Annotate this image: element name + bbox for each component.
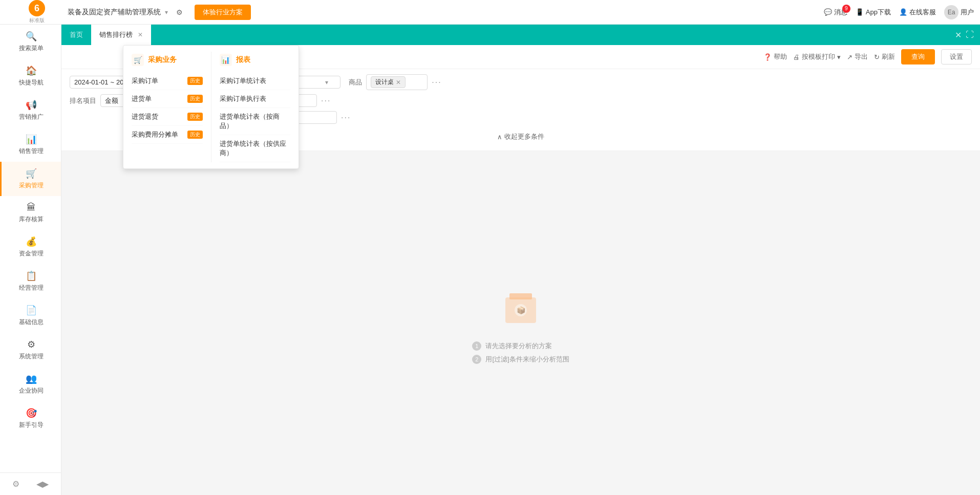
settings-btn[interactable]: 设置 bbox=[941, 49, 972, 64]
sales-icon: 📊 bbox=[26, 134, 37, 145]
svg-text:📦: 📦 bbox=[517, 306, 526, 315]
sidebar-item-operations-label: 经营管理 bbox=[19, 284, 44, 292]
sidebar-bottom: ⚙ ◀▶ bbox=[0, 472, 61, 495]
inbound-history-badge: 历史 bbox=[187, 95, 203, 103]
export-icon: ↗ bbox=[847, 53, 853, 61]
online-service-btn[interactable]: 👤 在线客服 bbox=[899, 8, 936, 17]
finance-icon: 💰 bbox=[26, 236, 37, 247]
sidebar-item-basicinfo-label: 基础信息 bbox=[19, 318, 44, 327]
tab-window-close-icon[interactable]: ✕ bbox=[955, 30, 962, 40]
dropdown-item-inbound-by-supplier[interactable]: 进货单统计表（按供应商） bbox=[220, 135, 291, 162]
app-download-btn[interactable]: 📱 App下载 bbox=[856, 8, 891, 17]
refresh-icon: ↻ bbox=[874, 53, 880, 61]
sidebar-item-purchase-label: 采购管理 bbox=[19, 181, 44, 190]
help-btn[interactable]: ❓ 帮助 bbox=[763, 52, 787, 61]
dropdown-purchase-col: 🛒 采购业务 采购订单 历史 进货单 历史 进货退货 历史 采购费用分摊单 bbox=[123, 52, 211, 162]
export-btn[interactable]: ↗ 导出 bbox=[847, 52, 868, 61]
top-header: 6 标准版 装备及固定资产辅助管理系统 ▾ ⚙ 体验行业方案 💬 消息 9 📱 … bbox=[0, 0, 980, 25]
sidebar-item-quick-nav[interactable]: 🏠 快捷导航 bbox=[0, 59, 61, 93]
salesperson-more-btn[interactable]: ··· bbox=[321, 96, 331, 105]
sidebar-item-basic-info[interactable]: 📄 基础信息 bbox=[0, 298, 61, 333]
dropdown-item-purchase-exec[interactable]: 采购订单执行表 bbox=[220, 90, 291, 108]
sidebar-item-marketing[interactable]: 📢 营销推广 bbox=[0, 93, 61, 127]
sidebar-item-search-label: 搜索菜单 bbox=[19, 44, 44, 53]
dropdown-item-purchase-stat-label: 采购订单统计表 bbox=[220, 76, 266, 85]
search-icon: 🔍 bbox=[26, 31, 37, 42]
logo-subtitle: 标准版 bbox=[29, 17, 45, 24]
dropdown-item-purchase-stat[interactable]: 采购订单统计表 bbox=[220, 72, 291, 90]
purchase-order-history-badge: 历史 bbox=[187, 77, 203, 85]
dropdown-item-purchase-order-label: 采购订单 bbox=[132, 76, 158, 85]
dropdown-item-expense[interactable]: 采购费用分摊单 历史 bbox=[132, 126, 203, 144]
dropdown-purchase-title: 采购业务 bbox=[148, 55, 177, 64]
svg-rect-1 bbox=[509, 293, 532, 299]
dropdown-item-inbound-label: 进货单 bbox=[132, 94, 152, 103]
purchase-header-icon: 🛒 bbox=[132, 54, 144, 66]
sidebar-item-system[interactable]: ⚙ 系统管理 bbox=[0, 333, 61, 367]
help-label: 帮助 bbox=[774, 52, 787, 61]
guide-icon: 🎯 bbox=[26, 407, 37, 419]
message-badge: 9 bbox=[842, 5, 850, 13]
sidebar-item-finance[interactable]: 💰 资金管理 bbox=[0, 230, 61, 264]
empty-tip-1-text: 请先选择要分析的方案 bbox=[485, 341, 552, 351]
customer-more-btn[interactable]: ··· bbox=[341, 113, 351, 122]
service-icon: 👤 bbox=[899, 8, 907, 16]
enterprise-icon: 👥 bbox=[26, 373, 37, 384]
refresh-btn[interactable]: ↻ 刷新 bbox=[874, 52, 895, 61]
purchase-dropdown-menu: 🛒 采购业务 采购订单 历史 进货单 历史 进货退货 历史 采购费用分摊单 bbox=[123, 45, 299, 169]
print-btn[interactable]: 🖨 按模板打印 ▾ bbox=[793, 52, 841, 61]
dropdown-report-header: 📊 报表 bbox=[220, 52, 291, 72]
export-label: 导出 bbox=[855, 52, 868, 61]
tab-sales-rank-label: 销售排行榜 bbox=[99, 30, 133, 39]
avatar: Ea bbox=[944, 5, 958, 19]
goods-more-btn[interactable]: ··· bbox=[432, 78, 441, 87]
dropdown-item-inbound[interactable]: 进货单 历史 bbox=[132, 90, 203, 108]
logo-area: 6 标准版 bbox=[6, 0, 68, 24]
header-right: 💬 消息 9 📱 App下载 👤 在线客服 Ea 用户 bbox=[824, 5, 974, 19]
dropdown-purchase-header: 🛒 采购业务 bbox=[132, 52, 203, 72]
system-settings-icon[interactable]: ⚙ bbox=[172, 5, 186, 19]
print-icon: 🖨 bbox=[793, 53, 800, 61]
sidebar-item-quicknav-label: 快捷导航 bbox=[19, 78, 44, 87]
purchase-icon: 🛒 bbox=[26, 168, 37, 179]
industry-btn[interactable]: 体验行业方案 bbox=[195, 5, 251, 20]
sidebar-item-guide[interactable]: 🎯 新手引导 bbox=[0, 401, 61, 436]
empty-tip-2-text: 用[过滤]条件来缩小分析范围 bbox=[485, 355, 569, 364]
sidebar-item-guide-label: 新手引导 bbox=[19, 421, 44, 429]
dropdown-item-inbound-by-goods[interactable]: 进货单统计表（按商品） bbox=[220, 108, 291, 135]
sidebar-collapse-btn[interactable]: ◀▶ bbox=[36, 479, 49, 489]
refresh-label: 刷新 bbox=[882, 52, 895, 61]
tab-home[interactable]: 首页 bbox=[61, 25, 91, 45]
system-title-dropdown-icon[interactable]: ▾ bbox=[165, 9, 168, 16]
sidebar-item-enterprise[interactable]: 👥 企业协同 bbox=[0, 367, 61, 401]
tab-sales-rank[interactable]: 销售排行榜 ✕ bbox=[91, 25, 151, 45]
sidebar-item-sales[interactable]: 📊 销售管理 bbox=[0, 127, 61, 162]
sidebar-item-system-label: 系统管理 bbox=[19, 352, 44, 361]
help-icon: ❓ bbox=[763, 53, 772, 61]
dropdown-item-return[interactable]: 进货退货 历史 bbox=[132, 108, 203, 126]
basic-info-icon: 📄 bbox=[26, 305, 37, 316]
sidebar-item-inventory[interactable]: 🏛 库存核算 bbox=[0, 196, 61, 230]
user-btn[interactable]: Ea 用户 bbox=[944, 5, 974, 19]
sidebar-item-inventory-label: 库存核算 bbox=[19, 215, 44, 224]
marketing-icon: 📢 bbox=[26, 99, 37, 111]
dropdown-report-title: 报表 bbox=[236, 55, 250, 64]
logo-icon: 6 bbox=[29, 0, 45, 16]
sidebar-settings-btn[interactable]: ⚙ bbox=[12, 479, 19, 489]
dropdown-item-purchase-order[interactable]: 采购订单 历史 bbox=[132, 72, 203, 90]
sidebar-item-enterprise-label: 企业协同 bbox=[19, 386, 44, 395]
system-icon: ⚙ bbox=[27, 339, 35, 350]
sidebar-item-operations[interactable]: 📋 经营管理 bbox=[0, 264, 61, 298]
message-btn[interactable]: 💬 消息 9 bbox=[824, 8, 847, 17]
collapse-label: 收起更多条件 bbox=[504, 132, 544, 141]
sidebar-item-search[interactable]: 🔍 搜索菜单 bbox=[0, 25, 61, 59]
goods-tag-close-icon[interactable]: ✕ bbox=[396, 79, 401, 86]
tab-close-icon[interactable]: ✕ bbox=[138, 31, 143, 38]
sidebar-item-purchase[interactable]: 🛒 采购管理 bbox=[0, 162, 61, 196]
goods-tag: 设计桌 ✕ bbox=[371, 76, 406, 88]
dropdown-report-col: 📊 报表 采购订单统计表 采购订单执行表 进货单统计表（按商品） 进货单统计表（… bbox=[211, 52, 299, 162]
inventory-icon: 🏛 bbox=[27, 202, 36, 213]
tab-window-expand-icon[interactable]: ⛶ bbox=[966, 30, 974, 39]
query-btn[interactable]: 查询 bbox=[901, 49, 935, 64]
dropdown-item-inbound-by-supplier-label: 进货单统计表（按供应商） bbox=[220, 139, 291, 158]
